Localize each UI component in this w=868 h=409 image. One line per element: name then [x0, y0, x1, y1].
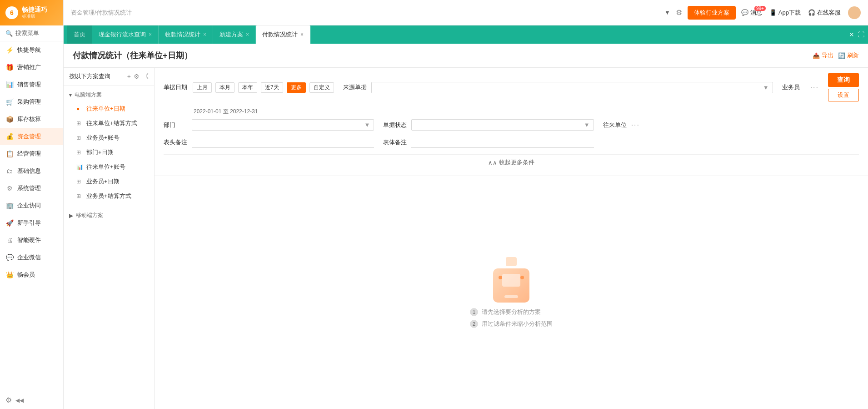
sidebar: 6 畅捷通巧 标准版 🔍 搜索菜单 ⚡ 快捷导航 🎁 营销推广 📊 销售管理 🛒…	[0, 0, 64, 409]
tab-payment-stats-close-icon[interactable]: ×	[300, 31, 304, 38]
sidebar-item-basic-info[interactable]: 🗂 基础信息	[0, 162, 63, 180]
source-select[interactable]: ▼	[371, 82, 773, 93]
refresh-icon: 🔄	[838, 52, 845, 59]
dept-select[interactable]: ▼	[192, 119, 374, 131]
main-area: 资金管理/付款情况统计 ▼ ⚙ 体验行业方案 💬 消息 99+ 📱 App下载 …	[64, 0, 868, 409]
date-opt-custom[interactable]: 自定义	[309, 82, 334, 93]
hardware-icon: 🖨	[5, 237, 14, 244]
page-title: 付款情况统计（往来单位+日期）	[73, 50, 813, 61]
refresh-label: 刷新	[847, 51, 859, 60]
sidebar-item-sales[interactable]: 📊 销售管理	[0, 76, 63, 93]
sidebar-item-label: 营销推广	[17, 63, 41, 71]
schema-item-partner-payment[interactable]: ⊞ 往来单位+结算方式	[64, 116, 154, 131]
sidebar-item-guide[interactable]: 🚀 新手引导	[0, 214, 63, 232]
tabs-actions: ✕ ⛶	[849, 31, 864, 38]
sidebar-item-wechat[interactable]: 💬 企业微信	[0, 249, 63, 266]
tab-new-schema[interactable]: 新建方案 ×	[213, 25, 256, 44]
sidebar-item-purchase[interactable]: 🛒 采购管理	[0, 93, 63, 111]
date-opt-more[interactable]: 更多	[287, 82, 306, 93]
tab-home[interactable]: 首页	[67, 25, 92, 44]
schema-item-icon: ⊞	[76, 120, 84, 126]
staff-filter-dots[interactable]: ···	[810, 83, 819, 91]
date-opt-this-month[interactable]: 本月	[215, 82, 234, 93]
panel-add-icon[interactable]: +	[127, 73, 131, 80]
export-button[interactable]: 📤 导出	[813, 51, 833, 60]
partner-filter-label: 往来单位	[603, 121, 629, 129]
user-avatar[interactable]	[848, 6, 861, 19]
tabs-close-all-icon[interactable]: ✕	[849, 31, 854, 38]
sidebar-nav: ⚡ 快捷导航 🎁 营销推广 📊 销售管理 🛒 采购管理 📦 库存核算 💰 资金管…	[0, 41, 63, 391]
schema-item-staff-date[interactable]: ⊞ 业务员+日期	[64, 174, 154, 189]
date-opt-last-7days[interactable]: 近7天	[261, 82, 283, 93]
marketing-icon: 🎁	[5, 64, 14, 71]
tab-receipt-stats[interactable]: 收款情况统计 ×	[159, 25, 213, 44]
panel-collapse-icon[interactable]: 《	[142, 72, 149, 81]
tab-bank-flow[interactable]: 现金银行流水查询 ×	[92, 25, 159, 44]
schema-item-icon: ⊞	[76, 149, 84, 156]
note-head-field: 表头备注	[164, 137, 374, 148]
date-range-text: 2022-01-01 至 2022-12-31	[194, 108, 258, 115]
tab-payment-stats[interactable]: 付款情况统计 ×	[256, 25, 310, 44]
app-label: App下载	[778, 9, 801, 17]
filter-settings-button[interactable]: 设置	[828, 89, 859, 101]
enterprise-icon: 🏢	[5, 202, 14, 209]
query-button[interactable]: 查询	[828, 73, 859, 87]
schema-item-dept-date[interactable]: ⊞ 部门+日期	[64, 145, 154, 160]
date-opt-this-year[interactable]: 本年	[238, 82, 257, 93]
schema-item-label: 业务员+日期	[86, 177, 120, 186]
sidebar-item-finance[interactable]: 💰 资金管理	[0, 128, 63, 145]
sidebar-item-label: 企业协同	[17, 202, 41, 210]
search-icon: 🔍	[5, 30, 13, 37]
trial-button[interactable]: 体验行业方案	[688, 6, 736, 20]
sidebar-search[interactable]: 🔍 搜索菜单	[0, 25, 63, 41]
sidebar-item-hardware[interactable]: 🖨 智能硬件	[0, 232, 63, 249]
schema-item-partner-date[interactable]: ● 往来单位+日期	[64, 101, 154, 116]
tab-bank-flow-label: 现金银行流水查询	[99, 30, 146, 39]
app-download-button[interactable]: 📱 App下载	[769, 9, 801, 17]
footer-collapse-icon[interactable]: ◀◀	[15, 397, 24, 404]
sidebar-item-member[interactable]: 👑 畅会员	[0, 266, 63, 283]
desktop-schema-group-title[interactable]: ▾ 电脑端方案	[64, 88, 154, 101]
sidebar-item-marketing[interactable]: 🎁 营销推广	[0, 59, 63, 76]
topbar-gear-icon[interactable]: ⚙	[676, 8, 682, 17]
hint-num-1: 1	[470, 308, 478, 316]
sidebar-item-inventory[interactable]: 📦 库存核算	[0, 111, 63, 128]
page-header: 付款情况统计（往来单位+日期） 📤 导出 🔄 刷新	[64, 44, 868, 68]
topbar: 资金管理/付款情况统计 ▼ ⚙ 体验行业方案 💬 消息 99+ 📱 App下载 …	[64, 0, 868, 25]
note-head-input[interactable]	[192, 137, 374, 148]
schema-item-label: 业务员+结算方式	[86, 192, 131, 200]
sidebar-item-quick-nav[interactable]: ⚡ 快捷导航	[0, 41, 63, 59]
schema-item-staff-payment[interactable]: ⊞ 业务员+结算方式	[64, 189, 154, 203]
empty-state: 1 请先选择要分析的方案 2 用过滤条件来缩小分析范围	[155, 176, 868, 409]
refresh-button[interactable]: 🔄 刷新	[838, 51, 859, 60]
schema-item-label: 往来单位+结算方式	[86, 119, 137, 127]
footer-settings-icon[interactable]: ⚙	[5, 396, 12, 404]
breadcrumb-dropdown-icon[interactable]: ▼	[664, 9, 670, 16]
tab-receipt-stats-close-icon[interactable]: ×	[203, 31, 206, 38]
mobile-schema-group-title[interactable]: ▶ 移动端方案	[64, 209, 154, 222]
doc-status-select[interactable]: ▼	[411, 119, 594, 131]
tab-new-schema-close-icon[interactable]: ×	[246, 31, 249, 38]
schema-item-staff-account[interactable]: ⊞ 业务员+账号	[64, 131, 154, 145]
schema-item-icon: ⊞	[76, 178, 84, 185]
note-body-input[interactable]	[411, 137, 594, 148]
empty-hint-1: 1 请先选择要分析的方案	[470, 308, 553, 316]
filter-row-3: 表头备注 表体备注	[164, 137, 859, 148]
partner-filter-dots[interactable]: ···	[631, 121, 640, 129]
tab-bank-flow-close-icon[interactable]: ×	[149, 31, 152, 38]
sidebar-footer: ⚙ ◀◀	[0, 391, 63, 409]
tab-home-label: 首页	[74, 30, 85, 39]
sidebar-item-label: 经营管理	[17, 150, 41, 158]
collapse-button[interactable]: ∧∧ 收起更多条件	[488, 158, 534, 167]
sidebar-item-enterprise[interactable]: 🏢 企业协同	[0, 197, 63, 214]
sidebar-item-operation[interactable]: 📋 经营管理	[0, 145, 63, 162]
note-body-field: 表体备注	[383, 137, 594, 148]
panel-settings-icon[interactable]: ⚙	[134, 73, 140, 80]
message-button[interactable]: 💬 消息 99+	[741, 9, 762, 17]
date-opt-last-month[interactable]: 上月	[193, 82, 212, 93]
sidebar-item-system[interactable]: ⚙ 系统管理	[0, 180, 63, 197]
export-icon: 📤	[813, 52, 820, 59]
online-service-button[interactable]: 🎧 在线客服	[808, 9, 841, 17]
schema-item-partner-account[interactable]: 📊 往来单位+账号	[64, 160, 154, 174]
tabs-expand-icon[interactable]: ⛶	[858, 31, 864, 38]
